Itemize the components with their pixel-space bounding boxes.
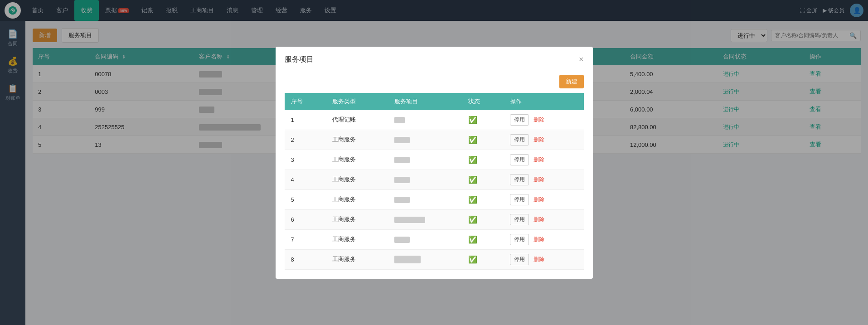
modal-cell-item: ████ [388, 130, 462, 150]
modal-cell-actions: 停用 删除 [504, 249, 583, 269]
modal-cell-status: ✅ [462, 209, 504, 229]
modal-cell-index: 1 [285, 110, 326, 130]
modal-col-item: 服务项目 [388, 93, 462, 110]
modal-cell-type: 工商服务 [326, 150, 388, 170]
modal-cell-actions: 停用 删除 [504, 209, 583, 229]
modal-table-row: 3 工商服务 ████ ✅ 停用 删除 [285, 150, 584, 170]
modal-cell-type: 工商服务 [326, 249, 388, 269]
modal-cell-item: ████████ [388, 209, 462, 229]
modal-table: 序号 服务类型 服务项目 状态 操作 1 代理记账 ██1 ✅ 停用 删除 2 … [285, 93, 584, 270]
modal-close-button[interactable]: × [579, 55, 584, 64]
status-check-icon: ✅ [468, 236, 477, 243]
modal-cell-index: 8 [285, 249, 326, 269]
modal-cell-type: 工商服务 [326, 170, 388, 189]
delete-button[interactable]: 删除 [533, 254, 544, 265]
modal-cell-status: ✅ [462, 110, 504, 130]
status-check-icon: ✅ [468, 176, 477, 184]
modal-cell-type: 工商服务 [326, 229, 388, 249]
stop-button[interactable]: 停用 [510, 214, 529, 225]
modal-cell-index: 4 [285, 170, 326, 189]
modal-cell-index: 5 [285, 189, 326, 209]
stop-button[interactable]: 停用 [510, 134, 529, 146]
modal-table-row: 6 工商服务 ████████ ✅ 停用 删除 [285, 209, 584, 229]
modal-cell-status: ✅ [462, 130, 504, 150]
stop-button[interactable]: 停用 [510, 234, 529, 245]
modal-cell-index: 6 [285, 209, 326, 229]
modal-cell-status: ✅ [462, 249, 504, 269]
modal-cell-item: ██1 [388, 110, 462, 130]
modal-cell-index: 7 [285, 229, 326, 249]
modal-cell-index: 2 [285, 130, 326, 150]
stop-button[interactable]: 停用 [510, 174, 529, 185]
modal-cell-item: ████ [388, 170, 462, 189]
status-check-icon: ✅ [468, 156, 477, 164]
modal-cell-item: ████ [388, 229, 462, 249]
modal-body: 序号 服务类型 服务项目 状态 操作 1 代理记账 ██1 ✅ 停用 删除 2 … [276, 93, 593, 279]
modal-cell-item: ████ [388, 189, 462, 209]
modal-header-row: 序号 服务类型 服务项目 状态 操作 [285, 93, 584, 110]
modal-cell-index: 3 [285, 150, 326, 170]
modal-cell-status: ✅ [462, 170, 504, 189]
stop-button[interactable]: 停用 [510, 154, 529, 165]
modal-col-status: 状态 [462, 93, 504, 110]
modal-cell-actions: 停用 删除 [504, 130, 583, 150]
modal-cell-status: ✅ [462, 150, 504, 170]
status-check-icon: ✅ [468, 196, 477, 204]
modal-cell-item: ████ [388, 150, 462, 170]
status-check-icon: ✅ [468, 136, 477, 144]
stop-button[interactable]: 停用 [510, 254, 529, 265]
modal-overlay[interactable]: 服务项目 × 新建 序号 服务类型 服务项目 状态 操作 1 代理记账 [0, 0, 868, 325]
modal-table-row: 5 工商服务 ████ ✅ 停用 删除 [285, 189, 584, 209]
modal-title: 服务项目 [285, 55, 314, 64]
delete-button[interactable]: 删除 [533, 175, 544, 185]
modal-table-row: 2 工商服务 ████ ✅ 停用 删除 [285, 130, 584, 150]
modal-cell-actions: 停用 删除 [504, 150, 583, 170]
modal-cell-type: 代理记账 [326, 110, 388, 130]
stop-button[interactable]: 停用 [510, 114, 529, 126]
modal-toolbar: 新建 [276, 70, 593, 93]
modal-cell-item: ████注册 [388, 249, 462, 269]
modal-cell-type: 工商服务 [326, 189, 388, 209]
modal-cell-actions: 停用 删除 [504, 189, 583, 209]
modal-cell-type: 工商服务 [326, 130, 388, 150]
modal-table-row: 1 代理记账 ██1 ✅ 停用 删除 [285, 110, 584, 130]
modal-cell-status: ✅ [462, 229, 504, 249]
delete-button[interactable]: 删除 [533, 135, 544, 145]
modal-col-index: 序号 [285, 93, 326, 110]
modal-table-row: 4 工商服务 ████ ✅ 停用 删除 [285, 170, 584, 189]
modal-col-action: 操作 [504, 93, 583, 110]
status-check-icon: ✅ [468, 256, 477, 263]
modal-table-row: 7 工商服务 ████ ✅ 停用 删除 [285, 229, 584, 249]
modal-new-button[interactable]: 新建 [559, 75, 584, 88]
stop-button[interactable]: 停用 [510, 194, 529, 205]
delete-button[interactable]: 删除 [533, 155, 544, 165]
modal-table-body: 1 代理记账 ██1 ✅ 停用 删除 2 工商服务 ████ ✅ 停用 删除 3… [285, 110, 584, 270]
delete-button[interactable]: 删除 [533, 234, 544, 245]
delete-button[interactable]: 删除 [533, 115, 544, 125]
modal-cell-actions: 停用 删除 [504, 170, 583, 189]
modal-cell-status: ✅ [462, 189, 504, 209]
status-check-icon: ✅ [468, 216, 477, 223]
delete-button[interactable]: 删除 [533, 214, 544, 225]
delete-button[interactable]: 删除 [533, 194, 544, 205]
modal-cell-actions: 停用 删除 [504, 110, 583, 130]
modal-cell-type: 工商服务 [326, 209, 388, 229]
service-items-modal: 服务项目 × 新建 序号 服务类型 服务项目 状态 操作 1 代理记账 [276, 47, 593, 279]
modal-header: 服务项目 × [276, 47, 593, 70]
modal-table-row: 8 工商服务 ████注册 ✅ 停用 删除 [285, 249, 584, 269]
modal-col-type: 服务类型 [326, 93, 388, 110]
status-check-icon: ✅ [468, 116, 477, 124]
modal-cell-actions: 停用 删除 [504, 229, 583, 249]
